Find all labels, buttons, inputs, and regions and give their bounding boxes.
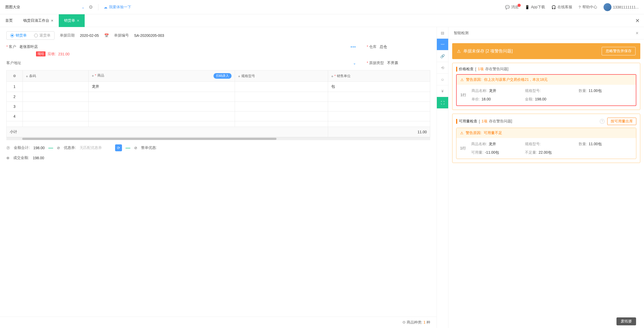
- close-all-icon[interactable]: ✕: [635, 17, 640, 24]
- calendar-icon[interactable]: 📅: [104, 33, 109, 38]
- horizontal-scrollbar[interactable]: [6, 138, 430, 140]
- warehouse-value[interactable]: 总仓: [380, 45, 387, 49]
- warehouse-field: *仓库 总仓: [367, 45, 430, 49]
- table-row[interactable]: 1 龙井 包: [7, 82, 430, 92]
- user-icon: ☺: [441, 77, 444, 82]
- customer-value[interactable]: 老张茶叶店: [19, 45, 38, 49]
- side-btn-refresh[interactable]: ⟲: [437, 62, 448, 74]
- table-row[interactable]: 3: [7, 102, 430, 112]
- company-name: 图图大业: [5, 5, 20, 10]
- right-panel: 智能检测 ✕ ⚠ 单据未保存 [2 项警告问题] 忽略警告并保存 价格检查 [1…: [448, 27, 644, 328]
- trash-button[interactable]: 废纸篓: [616, 317, 636, 325]
- side-btn-doc[interactable]: ▤: [437, 27, 448, 39]
- company-selector[interactable]: 图图大业 ⌄: [5, 5, 85, 10]
- cell-product[interactable]: 龙井: [88, 82, 235, 92]
- help-label: 帮助中心: [582, 5, 597, 10]
- app-download-label: App下载: [531, 5, 545, 10]
- close-icon[interactable]: ✕: [51, 19, 53, 23]
- help-center-link[interactable]: ? 帮助中心: [579, 5, 597, 10]
- right-panel-header: 智能检测 ✕: [448, 27, 644, 39]
- col-barcode[interactable]: ◆条码: [22, 70, 88, 82]
- row-idx: 3: [7, 102, 22, 112]
- tab-sales-label: 销货单: [64, 18, 75, 23]
- service-label: 在线客服: [557, 5, 572, 10]
- left-panel: 销货单 退货单 单据日期 2020-02-05 📅 单据编号 SA-202002…: [0, 27, 437, 328]
- side-btn-user[interactable]: ☺: [437, 74, 448, 85]
- try-link-text: 我要体验一下: [109, 5, 131, 10]
- date-value[interactable]: 2020-02-05: [80, 33, 99, 38]
- radio-sales[interactable]: 销货单: [7, 32, 30, 39]
- side-btn-chart[interactable]: 〰: [437, 39, 448, 50]
- tab-home-label: 首页: [5, 18, 13, 23]
- username: 13381111111...: [613, 5, 639, 9]
- refresh-button[interactable]: ⟳: [115, 144, 122, 151]
- online-service-link[interactable]: 🎧 在线客服: [551, 5, 572, 10]
- app-download-link[interactable]: 📱 App下载: [525, 5, 545, 10]
- coupon-icon: ⊘: [57, 146, 60, 150]
- scan-button[interactable]: 扫码录入: [214, 73, 232, 79]
- col-unit[interactable]: ◆*销售单位: [328, 70, 430, 82]
- table-row[interactable]: 2: [7, 92, 430, 102]
- messages-link[interactable]: 💬 消息: [505, 5, 519, 10]
- close-icon[interactable]: ✕: [77, 19, 79, 23]
- side-btn-link[interactable]: 🔗: [437, 50, 448, 62]
- table-row[interactable]: 4: [7, 112, 430, 121]
- accent-bar: [456, 119, 457, 124]
- more-dots-icon[interactable]: •••: [351, 45, 356, 49]
- radio-icon: [10, 34, 14, 37]
- stock-check-head: 可用量检查 [1项存在警告问题] ? 按可用量出库: [456, 118, 636, 125]
- topbar: 图图大业 ⌄ ⚙ ☁ 我要体验一下 💬 消息 📱 App下载 🎧 在线客服 ? …: [0, 0, 644, 14]
- col-product[interactable]: ◆*商品扫码录入: [88, 70, 235, 82]
- orderno-label: 单据编号: [114, 33, 129, 38]
- stock-warning-box: ⚠ 警告原因: 可用量不足 1行 商品名称:龙井 规格型号: 数量:11.00包…: [456, 128, 636, 159]
- col-settings[interactable]: ⚙: [7, 70, 22, 82]
- price-check-section: 价格检查 [1项存在警告问题] ⚠ 警告原因: 你上次与该客户交易价格21，本次…: [452, 63, 640, 110]
- side-btn-expand[interactable]: ⛶: [437, 97, 448, 109]
- link-icon: 🔗: [440, 54, 445, 58]
- help-icon[interactable]: ?: [600, 119, 605, 124]
- avatar: [604, 3, 611, 11]
- invoice-value[interactable]: 不开票: [387, 61, 398, 65]
- receivable-value: 231.00: [58, 52, 70, 56]
- stock-check-section: 可用量检查 [1项存在警告问题] ? 按可用量出库 ⚠ 警告原因: 可用量不足 …: [452, 114, 640, 163]
- user-menu[interactable]: 13381111111...: [604, 3, 639, 11]
- side-btn-yen[interactable]: ¥: [437, 85, 448, 97]
- price-check-title: 价格检查 [1项存在警告问题]: [456, 67, 636, 72]
- yen-icon: ㊊: [6, 145, 10, 150]
- form-row-receivable: 现结 应收: 231.00: [0, 51, 437, 59]
- amount-label: 金额合计:: [14, 145, 30, 150]
- chevron-down-icon[interactable]: ⌄: [353, 61, 356, 65]
- col-spec[interactable]: ◆规格型号: [235, 70, 328, 82]
- sync-icon: ⟲: [441, 66, 444, 70]
- close-icon[interactable]: ✕: [636, 31, 639, 35]
- help-icon: ?: [579, 5, 581, 9]
- cell-barcode[interactable]: [22, 82, 88, 92]
- tab-sales-order[interactable]: 销货单 ✕: [59, 14, 85, 27]
- outbound-button[interactable]: 按可用量出库: [607, 118, 636, 125]
- expand-icon: ⛶: [441, 101, 445, 105]
- warning-icon: ⚠: [460, 131, 464, 135]
- items-table: ⚙ ◆条码 ◆*商品扫码录入 ◆规格型号 ◆*销售单位 1 龙井 包: [6, 70, 430, 138]
- cell-spec[interactable]: [235, 82, 328, 92]
- banner-text: 单据未保存 [2 项警告问题]: [463, 48, 513, 54]
- chat-icon: 💬: [505, 5, 510, 9]
- row-idx: 4: [7, 112, 22, 121]
- gear-icon[interactable]: ⚙: [89, 4, 93, 10]
- tab-workbench[interactable]: 钱货日清工作台 ✕: [18, 14, 59, 27]
- kind-suffix: 种: [427, 320, 430, 324]
- coupon-input[interactable]: 无匹配优惠券: [80, 145, 111, 150]
- ignore-save-button[interactable]: 忽略警告并保存: [602, 47, 636, 55]
- customer-field: *客户 老张茶叶店 •••: [6, 45, 356, 49]
- gear-icon: ⚙: [13, 74, 16, 78]
- side-toolbar: ▤ 〰 🔗 ⟲ ☺ ¥ ⛶: [437, 27, 448, 328]
- footer-info: ⊙ 商品种类: 1 种: [0, 317, 437, 328]
- deal-value: 198.00: [33, 156, 44, 160]
- try-experience-link[interactable]: ☁ 我要体验一下: [104, 5, 131, 10]
- customer-label: *客户: [6, 45, 16, 49]
- radio-icon: [34, 34, 38, 37]
- invoice-label: *票据类型: [367, 61, 384, 65]
- radio-return[interactable]: 退货单: [30, 32, 54, 39]
- headset-icon: 🎧: [551, 5, 556, 9]
- tab-home[interactable]: 首页: [0, 14, 18, 27]
- cell-unit[interactable]: 包: [328, 82, 430, 92]
